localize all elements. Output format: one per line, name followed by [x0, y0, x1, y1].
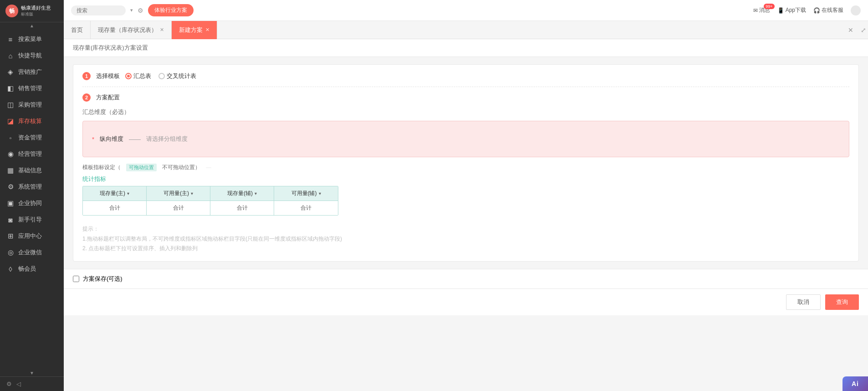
sidebar-scroll-up[interactable]: ▲	[0, 22, 64, 29]
settings-icon[interactable]: ⚙	[138, 7, 143, 14]
sidebar: 畅 畅康通好生意 标准版 ▲ ≡ 搜索菜单 ⌂ 快捷导航 ◈ 营销推广 ◧ 销售…	[0, 0, 64, 391]
col3-label: 可用量(辅)	[291, 190, 317, 197]
col1-chevron[interactable]: ▾	[191, 191, 193, 196]
gear-icon: ⚙	[6, 183, 15, 191]
tab-home[interactable]: 首页	[64, 21, 91, 39]
query-button[interactable]: 查询	[825, 294, 859, 310]
sidebar-item-label: 资金管理	[18, 134, 42, 142]
required-star: *	[92, 136, 94, 143]
sidebar-nav: ≡ 搜索菜单 ⌂ 快捷导航 ◈ 营销推广 ◧ 销售管理 ◫ 采购管理 ◪ 库存核…	[0, 29, 64, 370]
chevron-down-icon[interactable]: ▾	[130, 7, 133, 13]
sidebar-item-finance[interactable]: ◦ 资金管理	[0, 129, 64, 146]
col3-chevron[interactable]: ▾	[319, 191, 321, 196]
stats-data-0: 合计	[83, 201, 147, 215]
sidebar-item-marketing[interactable]: ◈ 营销推广	[0, 64, 64, 80]
mobile-icon: 📱	[777, 7, 784, 14]
step2-row: 2 方案配置	[82, 93, 849, 102]
window-controls: ✕ ⤢	[846, 25, 868, 36]
sidebar-item-system[interactable]: ⚙ 系统管理	[0, 179, 64, 195]
stats-col-0[interactable]: 现存量(主) ▾	[83, 186, 147, 201]
save-row: 方案保存(可选)	[64, 269, 868, 288]
logo-text: 畅康通好生意 标准版	[21, 5, 51, 17]
tab-new-plan[interactable]: 新建方案 ✕	[172, 21, 217, 39]
non-drag-label: 不可拖动位置）	[162, 164, 200, 171]
sidebar-item-label: 采购管理	[18, 101, 42, 109]
stats-data-3: 合计	[274, 201, 338, 215]
save-label: 方案保存(可选)	[83, 275, 123, 283]
non-draggable-badge	[206, 167, 211, 168]
messages-badge: 99+	[764, 4, 774, 9]
messages-btn[interactable]: ✉ 消息 99+	[753, 6, 770, 14]
col0-label: 现存量(主)	[100, 190, 125, 197]
close-window-icon[interactable]: ✕	[846, 25, 855, 36]
crown-icon: ◊	[6, 265, 15, 273]
sidebar-item-basic-info[interactable]: ▦ 基础信息	[0, 162, 64, 179]
tab-inventory-status[interactable]: 现存量（库存状况表） ✕	[91, 21, 172, 39]
sidebar-item-label: 快捷导航	[18, 51, 42, 60]
sidebar-item-label: 基础信息	[18, 166, 42, 175]
draggable-badge: 可拖动位置	[126, 164, 157, 171]
col2-label: 现存量(辅)	[227, 190, 253, 197]
tab-inventory-close[interactable]: ✕	[160, 27, 164, 33]
settings-card: 1 选择模板 汇总表 交叉统计表	[73, 64, 859, 262]
radio-cross[interactable]: 交叉统计表	[158, 72, 196, 80]
sidebar-item-purchase[interactable]: ◫ 采购管理	[0, 97, 64, 113]
col2-chevron[interactable]: ▾	[255, 191, 257, 196]
trial-btn[interactable]: 体验行业方案	[148, 4, 194, 16]
online-service-btn[interactable]: 🎧 在线客服	[813, 6, 843, 14]
sidebar-item-enterprise-wechat[interactable]: ◎ 企业微信	[0, 244, 64, 261]
sidebar-item-operations[interactable]: ◉ 经营管理	[0, 146, 64, 162]
col0-chevron[interactable]: ▾	[127, 191, 129, 196]
cancel-button[interactable]: 取消	[786, 294, 821, 310]
ai-badge[interactable]: Ai	[842, 376, 868, 391]
message-icon: ✉	[753, 7, 758, 14]
sidebar-item-new-guide[interactable]: ◙ 新手引导	[0, 211, 64, 228]
sidebar-item-label: 库存核算	[18, 117, 42, 125]
tip-item-1: 2. 点击标题栏下拉可设置排序、插入列和删除列	[82, 244, 849, 254]
stats-col-3[interactable]: 可用量(辅) ▾	[274, 186, 338, 201]
sidebar-scroll-down[interactable]: ▼	[0, 370, 64, 376]
page-header: 现存量(库存状况表)方案设置	[64, 39, 868, 57]
stats-col-2[interactable]: 现存量(辅) ▾	[210, 186, 274, 201]
headset-icon: 🎧	[813, 7, 820, 14]
sidebar-logo: 畅 畅康通好生意 标准版	[0, 0, 64, 22]
dim-dash: ——	[129, 136, 141, 143]
sidebar-item-label: 应用中心	[18, 232, 42, 240]
sidebar-item-quick-nav[interactable]: ⌂ 快捷导航	[0, 47, 64, 64]
user-avatar	[851, 5, 861, 15]
stats-col-1[interactable]: 可用量(主) ▾	[147, 186, 210, 201]
tab-new-plan-label: 新建方案	[179, 26, 203, 34]
person-icon: ◙	[6, 216, 15, 224]
search-menu-icon: ≡	[6, 36, 15, 43]
user-btn[interactable]	[851, 5, 861, 15]
logo-icon: 畅	[5, 5, 18, 17]
stats-title: 统计指标	[82, 175, 849, 183]
sidebar-item-enterprise[interactable]: ▣ 企业协同	[0, 195, 64, 211]
search-input[interactable]	[71, 5, 126, 15]
bag-icon: ◫	[6, 101, 15, 109]
stats-header-row: 现存量(主) ▾ 可用量(主) ▾ 现存量(辅) ▾	[83, 186, 338, 201]
expand-window-icon[interactable]: ⤢	[859, 25, 868, 36]
sidebar-item-search-menu[interactable]: ≡ 搜索菜单	[0, 31, 64, 47]
enterprise-icon: ▣	[6, 199, 15, 207]
tips-area: 提示： 1.拖动标题栏可以调整布局，不可跨维度或指标区域拖动标栏目字段(只能在同…	[82, 224, 849, 254]
sidebar-item-app-center[interactable]: ⊞ 应用中心	[0, 228, 64, 244]
main-content: ▾ ⚙ 体验行业方案 ✉ 消息 99+ 📱 App下载 🎧 在线客服 首页	[64, 0, 868, 391]
topbar: ▾ ⚙ 体验行业方案 ✉ 消息 99+ 📱 App下载 🎧 在线客服	[64, 0, 868, 21]
topbar-right: ✉ 消息 99+ 📱 App下载 🎧 在线客服	[753, 5, 861, 15]
action-bar: 取消 查询	[64, 288, 868, 315]
tab-new-plan-close[interactable]: ✕	[205, 27, 209, 33]
settings-icon[interactable]: ⚙	[6, 381, 12, 387]
wechat-icon: ◎	[6, 248, 15, 257]
dimension-area[interactable]: * 纵向维度 —— 请选择分组维度	[82, 121, 849, 157]
save-checkbox[interactable]	[73, 276, 79, 282]
sidebar-item-inventory[interactable]: ◪ 库存核算	[0, 113, 64, 129]
step1-row: 1 选择模板 汇总表 交叉统计表	[82, 72, 849, 80]
sidebar-item-label: 畅会员	[18, 265, 36, 273]
radio-summary[interactable]: 汇总表	[125, 72, 151, 80]
sidebar-item-members[interactable]: ◊ 畅会员	[0, 261, 64, 277]
radio-summary-circle	[125, 73, 132, 79]
sidebar-item-sales[interactable]: ◧ 销售管理	[0, 80, 64, 97]
app-download-btn[interactable]: 📱 App下载	[777, 6, 806, 14]
speaker-icon[interactable]: ◁	[16, 381, 21, 387]
